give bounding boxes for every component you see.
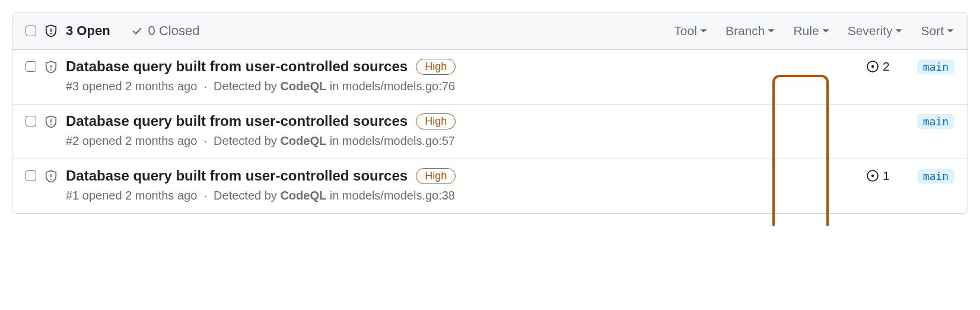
issue-open-icon — [866, 169, 879, 182]
filter-label: Severity — [848, 24, 893, 38]
alerts-header: 3 Open 0 Closed Tool Branch — [12, 12, 968, 50]
alert-detector: CodeQL — [280, 134, 326, 147]
branch-badge[interactable]: main — [917, 169, 954, 184]
alert-checkbox[interactable] — [26, 116, 36, 126]
alert-opened: opened 2 months ago — [82, 80, 198, 93]
caret-down-icon — [895, 27, 903, 35]
alert-checkbox[interactable] — [26, 61, 36, 72]
filter-label: Tool — [674, 24, 697, 38]
alert-content: Database query built from user-controlle… — [66, 113, 839, 148]
filter-severity[interactable]: Severity — [848, 24, 903, 38]
shield-alert-icon — [44, 115, 58, 128]
svg-point-9 — [50, 179, 52, 180]
header-left-group: 3 Open 0 Closed — [26, 23, 199, 39]
filter-sort[interactable]: Sort — [921, 24, 954, 38]
filter-rule[interactable]: Rule — [793, 24, 829, 38]
severity-badge: High — [416, 113, 456, 129]
affected-count-cell[interactable]: 1 — [847, 169, 895, 183]
alert-meta: #1 opened 2 months ago · Detected by Cod… — [66, 189, 839, 203]
closed-tab[interactable]: 0 Closed — [131, 23, 200, 39]
alert-content: Database query built from user-controlle… — [66, 167, 839, 203]
alert-location: in models/models.go:76 — [330, 80, 455, 93]
filter-label: Sort — [921, 24, 944, 38]
alert-location: in models/models.go:38 — [330, 189, 455, 202]
affected-count-value: 1 — [883, 169, 890, 183]
alert-opened: opened 2 months ago — [82, 134, 198, 147]
check-icon — [131, 24, 144, 37]
alert-meta: #2 opened 2 months ago · Detected by Cod… — [66, 134, 839, 148]
filter-tool[interactable]: Tool — [674, 24, 708, 38]
alert-content: Database query built from user-controlle… — [66, 58, 839, 93]
alert-checkbox[interactable] — [26, 170, 36, 181]
branch-badge[interactable]: main — [917, 114, 954, 129]
shield-alert-icon — [44, 24, 58, 37]
alert-detector: CodeQL — [280, 189, 326, 202]
svg-point-3 — [50, 69, 52, 71]
select-all-checkbox[interactable] — [26, 26, 36, 36]
alert-location: in models/models.go:57 — [330, 134, 455, 147]
filter-branch[interactable]: Branch — [726, 24, 776, 38]
caret-down-icon — [946, 27, 954, 35]
alert-row: Database query built from user-controlle… — [12, 50, 968, 105]
svg-point-1 — [50, 33, 52, 34]
alert-row: Database query built from user-controlle… — [12, 159, 968, 213]
alert-row-right: main — [847, 113, 954, 129]
caret-down-icon — [767, 27, 775, 35]
affected-count-cell[interactable]: 2 — [847, 59, 895, 74]
shield-alert-icon — [44, 61, 58, 74]
alert-detector: CodeQL — [280, 80, 326, 93]
issue-open-icon — [866, 60, 879, 73]
caret-down-icon — [822, 27, 830, 35]
svg-point-5 — [871, 65, 874, 68]
filter-label: Branch — [726, 24, 765, 38]
alert-row-right: 1 main — [847, 167, 954, 184]
branch-badge[interactable]: main — [917, 59, 954, 74]
alert-title-link[interactable]: Database query built from user-controlle… — [66, 167, 408, 184]
alert-opened: opened 2 months ago — [82, 189, 198, 202]
caret-down-icon — [699, 27, 708, 35]
alert-id: #3 — [66, 80, 79, 93]
severity-badge: High — [416, 59, 456, 75]
svg-point-11 — [871, 175, 874, 177]
open-count-label[interactable]: 3 Open — [66, 23, 110, 39]
filter-label: Rule — [793, 24, 819, 38]
alert-row-right: 2 main — [847, 58, 954, 74]
alert-detected-prefix: Detected by — [214, 134, 277, 147]
code-scanning-alerts-container: 3 Open 0 Closed Tool Branch — [12, 12, 968, 214]
alert-meta: #3 opened 2 months ago · Detected by Cod… — [66, 80, 839, 93]
header-filters: Tool Branch Rule Severity Sort — [674, 24, 954, 38]
affected-count-value: 2 — [883, 59, 890, 74]
shield-alert-icon — [44, 170, 58, 183]
alert-row: Database query built from user-controlle… — [12, 105, 968, 159]
svg-point-7 — [50, 124, 52, 125]
alert-id: #2 — [66, 134, 79, 147]
alert-id: #1 — [66, 189, 79, 202]
alert-title-link[interactable]: Database query built from user-controlle… — [66, 58, 408, 75]
alert-title-link[interactable]: Database query built from user-controlle… — [66, 113, 408, 129]
alert-detected-prefix: Detected by — [214, 80, 277, 93]
closed-count-label: 0 Closed — [148, 23, 200, 39]
alert-detected-prefix: Detected by — [214, 189, 277, 202]
severity-badge: High — [416, 168, 456, 184]
